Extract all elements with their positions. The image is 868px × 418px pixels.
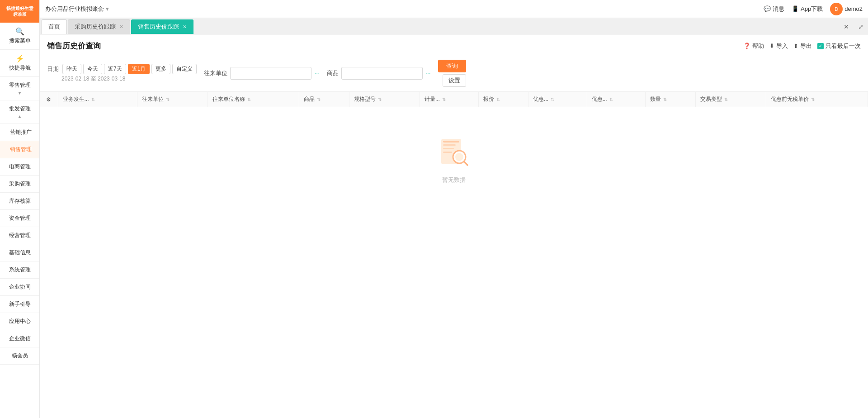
table-col-gear[interactable]: ⚙ [40,92,58,107]
yesterday-btn[interactable]: 昨天 [62,64,81,74]
message-btn[interactable]: 💬 消息 [764,5,784,13]
table-col-quoted-price[interactable]: 报价 ⇅ [478,92,528,107]
tab-home[interactable]: 首页 [42,19,67,34]
quantity-sort-icon: ⇅ [663,97,667,102]
sidebar-item-marketing[interactable]: 营销推广 [0,124,39,141]
table-col-goods[interactable]: 商品 ⇅ [299,92,349,107]
only-last-label: 只看最后一次 [826,42,861,50]
tab-purchase-history[interactable]: 采购历史价跟踪 ✕ [68,19,130,34]
customer-input[interactable] [230,67,311,80]
tab-close-all-btn[interactable]: ✕ [841,21,852,32]
filter-bar: 日期 昨天 今天 近7天 近1月 更多 自定义 2023-02-18 至 202… [40,55,868,92]
help-icon: ❓ [743,43,750,49]
table-col-biz-date[interactable]: 业务发生... ⇅ [58,92,137,107]
sidebar-item-search[interactable]: 🔍 搜索菜单 [0,23,39,50]
table-col-quantity[interactable]: 数量 ⇅ [646,92,696,107]
table-col-unit[interactable]: 计量... ⇅ [420,92,478,107]
page-title: 销售历史价查询 [47,41,101,51]
table-col-trade-type[interactable]: 交易类型 ⇅ [695,92,766,107]
sidebar-item-basic-info-label: 基础信息 [9,249,31,256]
help-btn[interactable]: ❓ 帮助 [743,42,764,50]
sidebar-item-shortcuts[interactable]: ⚡ 快捷导航 [0,50,39,77]
tab-purchase-close-icon[interactable]: ✕ [119,24,123,30]
more-btn[interactable]: 更多 [151,64,170,74]
settings-button[interactable]: 设置 [443,74,466,87]
sidebar-item-operations[interactable]: 经营管理 [0,227,39,244]
sidebar-item-ecommerce[interactable]: 电商管理 [0,158,39,176]
table-header-row: ⚙ 业务发生... ⇅ 往来单位 ⇅ [40,92,868,107]
customer-code-sort-icon: ⇅ [166,97,170,102]
quoted-price-sort-icon: ⇅ [496,97,500,102]
customer-filter-label: 往来单位 [204,69,227,77]
today-btn[interactable]: 今天 [83,64,102,74]
sidebar-item-basic-info[interactable]: 基础信息 [0,244,39,261]
date-filter-label: 日期 [47,65,59,73]
sidebar-item-purchase[interactable]: 采购管理 [0,176,39,193]
tab-sales-label: 销售历史价跟踪 [138,23,179,31]
import-btn[interactable]: ⬇ 导入 [769,42,788,50]
sidebar-item-enterprise-wechat-label: 企业微信 [9,335,31,342]
company-selector[interactable]: 办公用品行业模拟账套 ▾ [45,5,109,13]
discount1-sort-icon: ⇅ [551,97,554,102]
table-col-customer-name[interactable]: 往来单位名称 ⇅ [208,92,299,107]
sidebar-item-wholesale[interactable]: 批发管理 ▲ [0,100,39,124]
user-menu[interactable]: D demo2 [830,3,863,15]
date-buttons: 昨天 今天 近7天 近1月 更多 自定义 [62,64,197,74]
sidebar-logo: 畅捷通好生意 标准版 [0,0,40,23]
filter-date-group: 日期 昨天 今天 近7天 近1月 更多 自定义 2023-02-18 至 202… [47,64,197,83]
only-last-checkbox-group[interactable]: ✓ 只看最后一次 [817,42,861,50]
sidebar-item-enterprise-wechat[interactable]: 企业微信 [0,330,39,347]
sidebar: 畅捷通好生意 标准版 🔍 搜索菜单 ⚡ 快捷导航 零售管理 ▼ 批发管理 ▲ 营… [0,0,40,418]
sidebar-item-newbie[interactable]: 新手引导 [0,296,39,313]
query-col: 查询 设置 [438,60,466,87]
tab-home-label: 首页 [48,23,60,31]
sidebar-item-marketing-label: 营销推广 [10,128,32,136]
table-col-spec[interactable]: 规格型号 ⇅ [349,92,420,107]
sidebar-item-inventory[interactable]: 库存核算 [0,193,39,210]
sidebar-item-member-label: 畅会员 [12,352,28,360]
table-col-customer-code[interactable]: 往来单位 ⇅ [137,92,208,107]
table-col-discount2[interactable]: 优惠... ⇅ [587,92,646,107]
sidebar-item-system-label: 系统管理 [9,266,31,274]
last7days-btn[interactable]: 近7天 [104,64,126,74]
dropdown-arrow-icon: ▾ [106,5,109,12]
retail-arrow-icon: ▼ [18,90,22,95]
query-button[interactable]: 查询 [438,60,466,72]
tab-sales-close-icon[interactable]: ✕ [183,24,187,30]
svg-point-6 [455,153,463,161]
export-btn[interactable]: ⬆ 导出 [793,42,812,50]
tab-sales-history[interactable]: 销售历史价跟踪 ✕ [131,19,193,34]
app-download-icon: 📱 [792,5,799,12]
data-table: ⚙ 业务发生... ⇅ 往来单位 ⇅ [40,92,868,107]
topbar: 办公用品行业模拟账套 ▾ 💬 消息 📱 App下载 D demo2 [40,0,868,18]
app-download-label: App下载 [801,5,823,13]
last1month-btn[interactable]: 近1月 [128,64,150,74]
sidebar-item-enterprise[interactable]: 企业协同 [0,279,39,296]
table-col-discount1[interactable]: 优惠... ⇅ [528,92,587,107]
content-area: 销售历史价查询 ❓ 帮助 ⬇ 导入 ⬆ 导出 ✓ 只看最后一次 [40,35,868,418]
only-last-checkbox[interactable]: ✓ [817,43,824,49]
user-name: demo2 [844,5,863,12]
sidebar-item-retail[interactable]: 零售管理 ▼ [0,77,39,100]
custom-btn[interactable]: 自定义 [172,64,197,74]
app-download-btn[interactable]: 📱 App下载 [792,5,823,13]
table-col-pretax-price[interactable]: 优惠前无税单价 ⇅ [766,92,868,107]
main-area: 办公用品行业模拟账套 ▾ 💬 消息 📱 App下载 D demo2 首页 [40,0,868,418]
sidebar-item-purchase-label: 采购管理 [9,180,31,188]
sidebar-item-member[interactable]: 畅会员 [0,347,39,365]
customer-dots[interactable]: ··· [314,70,320,77]
sidebar-item-system[interactable]: 系统管理 [0,261,39,279]
sidebar-item-app-center[interactable]: 应用中心 [0,313,39,330]
sidebar-item-sales[interactable]: 销售管理 [0,141,39,158]
sidebar-item-inventory-label: 库存核算 [9,197,31,205]
goods-input[interactable] [341,67,423,80]
goods-dots[interactable]: ··· [425,70,431,77]
export-label: 导出 [800,42,812,50]
sidebar-item-enterprise-label: 企业协同 [9,283,31,291]
tab-maximize-btn[interactable]: ⤢ [855,21,866,32]
customer-name-sort-icon: ⇅ [247,97,251,102]
svg-rect-3 [443,148,454,149]
sidebar-item-finance[interactable]: 资金管理 [0,210,39,227]
biz-date-sort-icon: ⇅ [91,97,95,102]
gear-icon[interactable]: ⚙ [46,96,51,103]
